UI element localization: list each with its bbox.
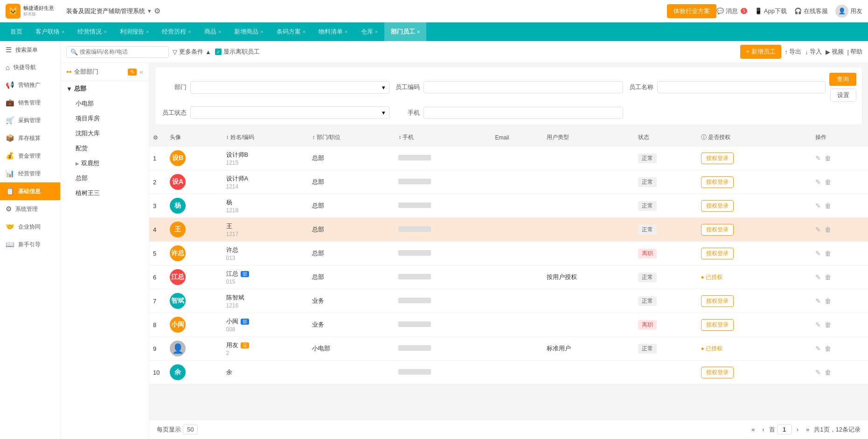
tab-department[interactable]: 部门员工 × <box>384 22 426 41</box>
page-number-input[interactable] <box>777 425 792 434</box>
close-icon[interactable]: × <box>375 29 378 35</box>
close-icon[interactable]: × <box>146 29 149 35</box>
system-dropdown-icon[interactable]: ▾ <box>148 7 151 14</box>
close-icon[interactable]: × <box>303 29 306 35</box>
row-auth[interactable]: 授权登录 <box>697 218 794 242</box>
dept-edit-icon[interactable]: ✎ <box>128 69 137 76</box>
edit-icon[interactable]: ✎ <box>815 154 821 162</box>
last-page-button[interactable]: » <box>803 425 812 434</box>
row-auth[interactable]: 授权登录 <box>697 289 794 313</box>
edit-icon[interactable]: ✎ <box>815 345 821 352</box>
tab-history[interactable]: 经营历程 × <box>155 22 197 41</box>
delete-icon[interactable]: 🗑 <box>825 226 831 233</box>
sidebar-item-sales[interactable]: 💼 销售管理 <box>0 94 60 111</box>
sidebar-item-basic[interactable]: 📋 基础信息 <box>0 182 60 200</box>
row-auth[interactable]: 授权登录 <box>697 361 794 384</box>
sidebar-item-system[interactable]: ⚙ 系统管理 <box>0 200 60 218</box>
delete-icon[interactable]: 🗑 <box>825 250 831 257</box>
edit-icon[interactable]: ✎ <box>815 297 821 305</box>
sidebar-item-search[interactable]: ☰ 搜索菜单 <box>0 41 60 59</box>
auth-login-button[interactable]: 授权登录 <box>701 153 734 164</box>
query-button[interactable]: 查询 <box>829 73 856 86</box>
help-button[interactable]: | 帮助 <box>847 48 862 56</box>
gear-icon[interactable]: ⚙ <box>154 7 160 15</box>
edit-icon[interactable]: ✎ <box>815 321 821 328</box>
dept-node-shuanglu[interactable]: ▶ 双鹿想 <box>66 156 149 171</box>
sidebar-item-operation[interactable]: 📊 经营管理 <box>0 165 60 182</box>
edit-icon[interactable]: ✎ <box>815 226 821 233</box>
export-button[interactable]: ↑ 导出 <box>785 48 802 56</box>
th-phone[interactable]: ↕ 手机 <box>395 129 491 146</box>
tab-barcode[interactable]: 条码方案 × <box>270 22 312 41</box>
auth-login-button[interactable]: 授权登录 <box>701 295 734 307</box>
view-button[interactable]: ▶ 视频 <box>826 48 844 56</box>
page-size-value[interactable]: 50 <box>183 425 198 434</box>
edit-icon[interactable]: ✎ <box>815 202 821 209</box>
auth-login-button[interactable]: 授权登录 <box>701 200 734 212</box>
prev-page-button[interactable]: ‹ <box>759 425 767 434</box>
delete-icon[interactable]: 🗑 <box>825 202 831 209</box>
dept-node-xiangmu[interactable]: 项目库房 <box>66 111 149 126</box>
row-auth[interactable]: 授权登录 <box>697 170 794 194</box>
delete-icon[interactable]: 🗑 <box>825 345 831 352</box>
auth-login-button[interactable]: 授权登录 <box>701 224 734 236</box>
row-auth[interactable]: 已授权 <box>697 265 794 289</box>
row-auth[interactable]: 授权登录 <box>697 194 794 218</box>
dept-node-shenyang[interactable]: 沈阳大库 <box>66 126 149 141</box>
dept-node-peihuo[interactable]: 配货 <box>66 141 149 156</box>
filter-status-select[interactable]: ▾ <box>190 106 389 119</box>
tab-bom[interactable]: 物料清单 × <box>312 22 354 41</box>
tab-new-goods[interactable]: 新增商品 × <box>228 22 270 41</box>
online-service-button[interactable]: 🎧 在线客服 <box>794 7 828 15</box>
dept-node-xiaodian[interactable]: 小电部 <box>66 96 149 111</box>
delete-icon[interactable]: 🗑 <box>825 321 831 328</box>
reset-button[interactable]: 设置 <box>830 89 856 102</box>
th-dept[interactable]: ↕ 部门/职位 <box>308 129 395 146</box>
close-icon[interactable]: × <box>417 29 420 35</box>
edit-icon[interactable]: ✎ <box>815 250 821 257</box>
user-area[interactable]: 👤 用友 <box>835 5 862 18</box>
th-settings[interactable]: ⚙ <box>149 129 166 146</box>
row-auth[interactable]: 授权登录 <box>697 146 794 170</box>
delete-icon[interactable]: 🗑 <box>825 369 831 376</box>
auth-login-button[interactable]: 授权登录 <box>701 248 734 259</box>
dept-node-zhishu[interactable]: 植树王三 <box>66 186 149 201</box>
dept-collapse-icon[interactable]: « <box>139 68 143 76</box>
close-icon[interactable]: × <box>345 29 347 35</box>
edit-icon[interactable]: ✎ <box>815 178 821 186</box>
tab-profit[interactable]: 利润报告 × <box>113 22 155 41</box>
filter-dept-select[interactable]: ▾ <box>190 81 389 94</box>
message-button[interactable]: 💬 消息 5 <box>716 7 747 15</box>
close-icon[interactable]: × <box>188 29 191 35</box>
sidebar-item-inventory[interactable]: 📦 库存核算 <box>0 129 60 147</box>
show-resigned-check[interactable]: ✓ 显示离职员工 <box>215 48 260 56</box>
first-page-button[interactable]: « <box>749 425 757 434</box>
row-auth[interactable]: 授权登录 <box>697 313 794 337</box>
delete-icon[interactable]: 🗑 <box>825 273 831 281</box>
sidebar-item-quicknav[interactable]: ⌂ 快捷导航 <box>0 59 60 76</box>
sidebar-item-purchase[interactable]: 🛒 采购管理 <box>0 111 60 129</box>
edit-icon[interactable]: ✎ <box>815 369 821 376</box>
dept-node-zongbu[interactable]: 总部 <box>66 171 149 186</box>
row-auth[interactable]: 已授权 <box>697 337 794 361</box>
delete-icon[interactable]: 🗑 <box>825 154 831 162</box>
filter-phone-input[interactable] <box>424 107 623 119</box>
trial-button[interactable]: 体验行业方案 <box>667 4 716 18</box>
dept-all-label[interactable]: 全部部门 <box>74 68 125 76</box>
tab-customer[interactable]: 客户联络 × <box>29 22 71 41</box>
close-icon[interactable]: × <box>104 29 106 35</box>
sidebar-item-marketing[interactable]: 📢 营销推广 <box>0 76 60 94</box>
dept-node-zongbu-parent[interactable]: ▼ 总部 <box>61 81 149 96</box>
import-button[interactable]: ↓ 导入 <box>805 48 822 56</box>
tab-warehouse[interactable]: 仓库 × <box>354 22 384 41</box>
auth-login-button[interactable]: 授权登录 <box>701 319 734 331</box>
tab-home[interactable]: 首页 <box>4 22 29 41</box>
next-page-button[interactable]: › <box>794 425 801 434</box>
row-auth[interactable]: 授权登录 <box>697 242 794 265</box>
search-input[interactable] <box>80 49 165 55</box>
search-box[interactable]: 🔍 <box>66 46 169 58</box>
filter-name-input[interactable] <box>657 81 826 93</box>
sidebar-item-finance[interactable]: 💰 资金管理 <box>0 147 60 165</box>
auth-login-button[interactable]: 授权登录 <box>701 176 734 188</box>
th-name[interactable]: ↕ 姓名/编码 <box>222 129 309 146</box>
